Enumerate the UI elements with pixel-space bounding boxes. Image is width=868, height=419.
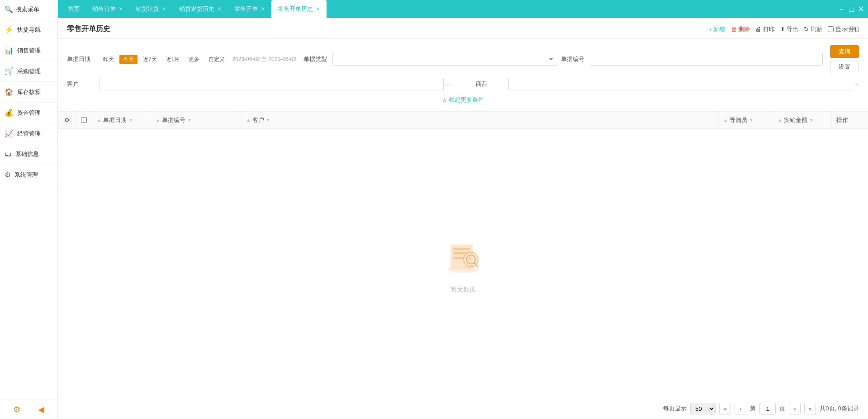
- th-guide[interactable]: ▲ 导购员 ▼: [719, 112, 773, 128]
- svg-rect-3: [453, 252, 467, 254]
- page-number-input[interactable]: [759, 403, 776, 414]
- window-minimize-btn[interactable]: －: [837, 4, 845, 14]
- sidebar-item-label: 经营管理: [17, 130, 41, 138]
- sort-desc-icon-5: ▼: [809, 118, 814, 122]
- th-settings[interactable]: ⚙: [58, 112, 76, 128]
- zijin-icon: 💰: [5, 108, 14, 117]
- show-detail-checkbox-label[interactable]: 显示明细: [828, 25, 859, 33]
- sort-asc-icon: ▲: [97, 118, 101, 122]
- 7days-btn[interactable]: 近7天: [139, 55, 161, 64]
- select-all-checkbox[interactable]: [81, 117, 87, 123]
- sidebar-item-kucun[interactable]: 🏠 库存核算: [0, 82, 57, 103]
- customer-ellipsis[interactable]: ···: [446, 81, 451, 88]
- tab-retail-history[interactable]: 零售开单历史 ✕: [271, 0, 327, 18]
- search-icon: 🔍: [5, 5, 13, 14]
- show-detail-label: 显示明细: [835, 25, 859, 33]
- collapse-label: 收起更多条件: [449, 96, 484, 104]
- month-btn[interactable]: 近1月: [162, 55, 184, 64]
- delete-button[interactable]: 🗑 删除: [731, 25, 750, 33]
- sidebar-search[interactable]: 🔍 搜索采单: [0, 0, 57, 19]
- th-amount[interactable]: ▲ 实销金额 ▼: [773, 112, 832, 128]
- tab-sales-return-history[interactable]: 销货退货历史 ✕: [173, 0, 228, 18]
- prev-page-btn[interactable]: ‹: [735, 403, 746, 414]
- sidebar-item-kuaijie[interactable]: ⚡ 快捷导航: [0, 19, 57, 40]
- num-filter-input[interactable]: [590, 53, 823, 66]
- settings-footer-btn[interactable]: ⚙: [13, 405, 20, 414]
- tab-sales-return-label: 销货退货: [136, 5, 159, 13]
- sidebar-item-label: 库存核算: [17, 88, 41, 96]
- tab-sales-order[interactable]: 销售订单 ✕: [86, 0, 129, 18]
- tab-sales-order-close[interactable]: ✕: [119, 6, 123, 12]
- tab-sales-return[interactable]: 销货退货 ✕: [129, 0, 173, 18]
- th-op-label: 操作: [836, 116, 848, 124]
- sidebar-item-xitong[interactable]: ⚙ 系统管理: [0, 165, 57, 185]
- sidebar-item-caigou[interactable]: 🛒 采购管理: [0, 61, 57, 82]
- tab-retail-history-close[interactable]: ✕: [316, 6, 320, 12]
- per-page-select[interactable]: 50 10 20 100: [690, 403, 716, 414]
- window-close-btn[interactable]: ✕: [858, 4, 864, 14]
- type-filter-select[interactable]: [332, 53, 557, 66]
- filter-panel: 单据日期 昨天 今天 近7天 近1月 更多 自定义 2023-06-02 至 2…: [58, 39, 868, 112]
- settings-icon: ⚙: [64, 117, 70, 123]
- sidebar-item-jingying[interactable]: 📈 经营管理: [0, 123, 57, 144]
- sidebar-nav: ⚡ 快捷导航 📊 销售管理 🛒 采购管理 🏠 库存核算 💰 资金管理 📈 经营管…: [0, 19, 57, 400]
- filter-date-btns: 昨天 今天 近7天 近1月 更多 自定义 2023-06-02 至 2023-0…: [100, 55, 296, 64]
- goods-ellipsis[interactable]: ···: [854, 81, 859, 88]
- sort-desc-icon: ▼: [128, 118, 133, 122]
- last-page-btn[interactable]: »: [804, 403, 816, 414]
- goods-filter-input[interactable]: [508, 78, 853, 90]
- tab-retail-open-close[interactable]: ✕: [261, 6, 265, 12]
- sort-asc-icon-2: ▲: [156, 118, 160, 122]
- tab-home[interactable]: 首页: [62, 0, 86, 18]
- th-guide-label: 导购员: [730, 116, 747, 124]
- print-button[interactable]: 🖨 打印: [755, 25, 775, 33]
- type-filter-label: 单据类型: [304, 55, 329, 63]
- filter-settings-button[interactable]: 设置: [830, 61, 859, 73]
- export-button[interactable]: ⬆ 导出: [780, 25, 799, 33]
- th-num[interactable]: ▲ 单据编号 ▼: [151, 112, 242, 128]
- th-date[interactable]: ▲ 单据日期 ▼: [92, 112, 151, 128]
- tab-sales-return-history-close[interactable]: ✕: [217, 6, 222, 12]
- svg-point-8: [469, 257, 471, 260]
- table-area: ⚙ ▲ 单据日期 ▼ ▲ 单据编号 ▼ ▲ 客户 ▼: [58, 112, 868, 398]
- goods-filter-group: ···: [508, 78, 859, 90]
- window-maximize-btn[interactable]: □: [849, 5, 854, 14]
- sidebar-item-xiaoshou[interactable]: 📊 销售管理: [0, 40, 57, 61]
- kucun-icon: 🏠: [5, 88, 14, 96]
- sidebar: 🔍 搜索采单 ⚡ 快捷导航 📊 销售管理 🛒 采购管理 🏠 库存核算 💰 资金管…: [0, 0, 58, 419]
- custom-btn[interactable]: 自定义: [205, 55, 228, 64]
- sidebar-item-label: 系统管理: [14, 171, 38, 179]
- th-num-label: 单据编号: [162, 116, 185, 124]
- collapse-footer-btn[interactable]: ◀: [38, 405, 44, 414]
- refresh-button[interactable]: ↻ 刷新: [804, 25, 822, 33]
- more-btn[interactable]: 更多: [185, 55, 203, 64]
- collapse-btn[interactable]: ∧ 收起更多条件: [438, 95, 489, 105]
- show-detail-checkbox[interactable]: [828, 26, 834, 32]
- goods-filter-label: 商品: [476, 80, 501, 88]
- filter-row-1: 单据日期 昨天 今天 近7天 近1月 更多 自定义 2023-06-02 至 2…: [67, 45, 859, 73]
- th-check[interactable]: [76, 112, 92, 128]
- th-customer[interactable]: ▲ 客户 ▼: [242, 112, 719, 128]
- sidebar-item-zijin[interactable]: 💰 资金管理: [0, 103, 57, 123]
- add-button[interactable]: + 新增: [708, 25, 725, 33]
- sort-desc-icon-2: ▼: [187, 118, 192, 122]
- next-page-btn[interactable]: ›: [789, 403, 801, 414]
- empty-area: 暂无数据: [58, 129, 868, 398]
- tab-sales-return-close[interactable]: ✕: [162, 6, 166, 12]
- yesterday-btn[interactable]: 昨天: [100, 55, 118, 64]
- first-page-btn[interactable]: «: [719, 403, 731, 414]
- xiaoshou-icon: 📊: [5, 46, 14, 55]
- pagination: 每页显示 50 10 20 100 « ‹ 第 页 › » 共0页, 0条记录: [58, 398, 868, 419]
- sort-asc-icon-4: ▲: [723, 118, 728, 122]
- svg-rect-2: [453, 248, 470, 250]
- customer-filter-input[interactable]: [100, 78, 444, 90]
- sidebar-footer: ⚙ ◀: [0, 400, 57, 419]
- sidebar-item-label: 资金管理: [17, 109, 41, 117]
- sidebar-item-jichu[interactable]: 🗂 基础信息: [0, 144, 57, 165]
- query-button[interactable]: 查询: [830, 45, 859, 58]
- page-word: 页: [779, 405, 785, 413]
- per-page-label: 每页显示: [663, 405, 687, 413]
- table-header: ⚙ ▲ 单据日期 ▼ ▲ 单据编号 ▼ ▲ 客户 ▼: [58, 112, 868, 129]
- today-btn[interactable]: 今天: [119, 55, 138, 64]
- tab-retail-open[interactable]: 零售开单 ✕: [228, 0, 271, 18]
